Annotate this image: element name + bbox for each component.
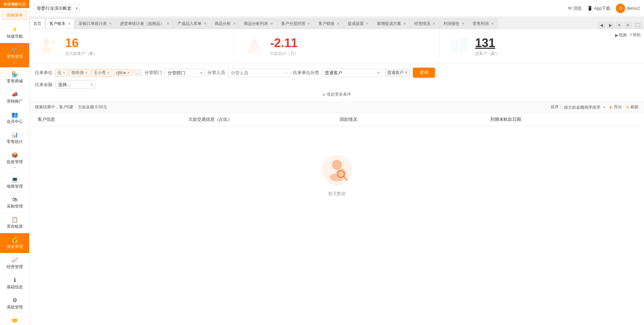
stat-card-total: 131 总客户（家） ▶ 视频 ? 帮助 [439, 29, 644, 63]
stat-customers-value: 16 [65, 36, 97, 50]
sort-select[interactable]: 按欠款金额倒序排序 [564, 105, 605, 110]
filter-row-balance: 往来余额 选择... [35, 80, 639, 89]
refresh-button[interactable]: ↻ 刷新 [626, 104, 639, 110]
svg-rect-7 [454, 45, 456, 47]
tab-profit-report[interactable]: 利润报告 ✕ [440, 19, 468, 29]
filter-dept-label: 分管部门 [144, 70, 162, 76]
filter-tag-wang-label: 王小亮 [94, 70, 106, 76]
tab-stock-stats[interactable]: 进货单统计表（按商品） ✕ [116, 19, 173, 29]
tab-close-all[interactable]: ✕ [624, 22, 632, 29]
svg-point-11 [332, 160, 342, 170]
tab-scroll-left[interactable]: ◀ [598, 22, 605, 29]
table-header: 客户信息 欠款交易信息（占比） 回款情况 到期未欧款日期 [35, 113, 639, 126]
filter-tag-cj-close[interactable]: ✕ [127, 71, 130, 75]
filter-dept-select[interactable]: 分管部门 [165, 69, 205, 77]
tab-goods-analysis[interactable]: 商品分析 ✕ [211, 19, 240, 29]
tab-purchase-stats-close[interactable]: ✕ [109, 22, 112, 26]
sidebar-item-collab[interactable]: 🤝 企业协同 [0, 314, 29, 325]
tab-goods-analysis-list-close[interactable]: ✕ [270, 22, 273, 26]
version-select[interactable]: 母婴行业演示帐套 [34, 4, 80, 12]
filter-tag-wang-close[interactable]: ✕ [107, 71, 110, 75]
marketing-label: 营销推广 [7, 99, 23, 104]
filter-person-input[interactable] [228, 69, 290, 77]
tab-dropdown[interactable]: ▾ [616, 22, 622, 29]
sidebar-item-inventory[interactable]: 📋 库存核算 [0, 213, 29, 233]
user-menu[interactable]: D demo2 [616, 4, 640, 13]
th-payment: 回款情况 [337, 116, 488, 122]
tab-operations[interactable]: 经营情况 ✕ [411, 19, 439, 29]
filter-tag-chen-close[interactable]: ✕ [85, 71, 88, 75]
tab-purchase-stats[interactable]: 采购订单统计表 ✕ [75, 19, 116, 29]
wholesale-icon: 📦 [11, 152, 18, 158]
stats-row: 16 总欠款客户（家） -2.11 欠款合计（万） [30, 29, 644, 64]
tab-commission-settings-close[interactable]: ✕ [366, 22, 369, 26]
sidebar-item-basic-info[interactable]: ℹ 基础信息 [0, 274, 29, 294]
sidebar-item-ecommerce[interactable]: 💻 电商管理 [0, 173, 29, 193]
filter-tag-more[interactable]: ... [134, 69, 142, 76]
purchase-icon: 🛍 [12, 196, 17, 203]
tab-commission-settings[interactable]: 提成设置 ✕ [344, 19, 373, 29]
filter-collapse-button[interactable]: ∧ 收起更多条件 [35, 92, 639, 97]
video-action[interactable]: ▶ 视频 [615, 32, 627, 38]
tab-scroll-right[interactable]: ▶ [607, 22, 614, 29]
refresh-label: 刷新 [631, 104, 639, 110]
messages-button[interactable]: ✉ 消息 [568, 5, 582, 11]
sidebar-item-operations[interactable]: 📈 经营管理 [0, 253, 29, 274]
sidebar-item-purchase[interactable]: 🛍 采购管理 [0, 193, 29, 213]
tab-customer-ledger[interactable]: 客户账本 ✕ [46, 19, 74, 29]
video-icon: ▶ [615, 33, 618, 38]
tab-new-commission-close[interactable]: ✕ [403, 22, 406, 26]
export-button[interactable]: ⬇ 导出 [609, 104, 622, 110]
operations-label: 经营管理 [7, 264, 23, 270]
tab-production[interactable]: 产成品入库单 ✕ [174, 19, 210, 29]
stat-card-customers: 16 总欠款客户（家） [30, 29, 234, 63]
query-button[interactable]: 查询 [413, 68, 435, 78]
table-wrap: 客户信息 欠款交易信息（占比） 回款情况 到期未欧款日期 [30, 113, 644, 224]
sidebar-item-members[interactable]: 👥 会员中心 [0, 108, 29, 128]
results-amount-label: 欠款金额 0.00元 [78, 105, 107, 109]
tab-production-close[interactable]: ✕ [204, 22, 207, 26]
tab-customer-layer[interactable]: 客户分层经营 ✕ [277, 19, 314, 29]
tab-new-commission[interactable]: 新增提成方案 ✕ [373, 19, 410, 29]
tab-operations-close[interactable]: ✕ [432, 22, 435, 26]
tab-retail-profit[interactable]: 零售利润 ✕ [469, 19, 498, 29]
filter-balance-select-wrap: 选择... [55, 80, 95, 89]
sidebar-item-mall[interactable]: 🏪 零售商城 [0, 68, 29, 88]
filter-class-select[interactable]: 普通客户 [322, 69, 382, 77]
tab-home[interactable]: 首页 [30, 19, 45, 29]
tab-customer-ledger-close[interactable]: ✕ [68, 22, 71, 26]
tab-new-commission-label: 新增提成方案 [377, 21, 401, 27]
tab-fullscreen[interactable]: ⛶ [633, 22, 642, 29]
tab-goods-analysis-close[interactable]: ✕ [233, 22, 236, 26]
members-label: 会员中心 [7, 119, 23, 124]
sidebar-item-system[interactable]: ⚙ 系统管理 [0, 294, 29, 314]
help-label: 帮助 [633, 32, 641, 38]
filter-person-dots[interactable]: ··· [284, 70, 288, 76]
quicknav-icon: ⚡ [11, 26, 18, 33]
help-action[interactable]: ? 帮助 [630, 32, 641, 38]
tab-customer-contact[interactable]: 客户联络 ✕ [315, 19, 343, 29]
filter-balance-select[interactable]: 选择... [55, 80, 95, 89]
basic-info-icon: ℹ [14, 277, 16, 283]
tab-customer-contact-close[interactable]: ✕ [337, 22, 340, 26]
sidebar-item-quicknav[interactable]: ⚡ 快捷导航 [0, 23, 29, 43]
tab-stock-stats-close[interactable]: ✕ [166, 22, 169, 26]
sidebar-item-retail-stats[interactable]: 📊 零售统计 [0, 128, 29, 148]
sidebar-item-marketing[interactable]: 📣 营销推广 [0, 88, 29, 108]
filter-tag-wu-close[interactable]: ✕ [62, 71, 66, 75]
tab-retail-profit-close[interactable]: ✕ [491, 22, 494, 26]
tab-customer-layer-close[interactable]: ✕ [307, 22, 310, 26]
sidebar-item-wholesale[interactable]: 📦 批发管理 ▾ [0, 148, 29, 173]
user-name: demo2 [627, 6, 640, 11]
search-menu-button[interactable]: 搜索菜单 [2, 11, 27, 20]
filter-person-label: 分管人员 [208, 70, 225, 76]
tab-profit-report-close[interactable]: ✕ [462, 22, 465, 26]
sidebar-item-finance[interactable]: 💰 资金管理 [0, 233, 29, 253]
app-download-button[interactable]: 📱 App下载 [587, 5, 610, 11]
filter-class-tag-close[interactable]: ✕ [404, 70, 408, 75]
tab-goods-analysis-list[interactable]: 商品分析列表 ✕ [240, 19, 277, 29]
results-search-result: 搜索结果中，客户0家 [35, 105, 74, 109]
results-summary: 搜索结果中，客户0家 欠款金额 0.00元 [35, 104, 107, 110]
sidebar-item-retail[interactable]: 🛒 零售管理 ▲ [0, 43, 29, 68]
retail-icon: 🛒 [11, 46, 18, 53]
